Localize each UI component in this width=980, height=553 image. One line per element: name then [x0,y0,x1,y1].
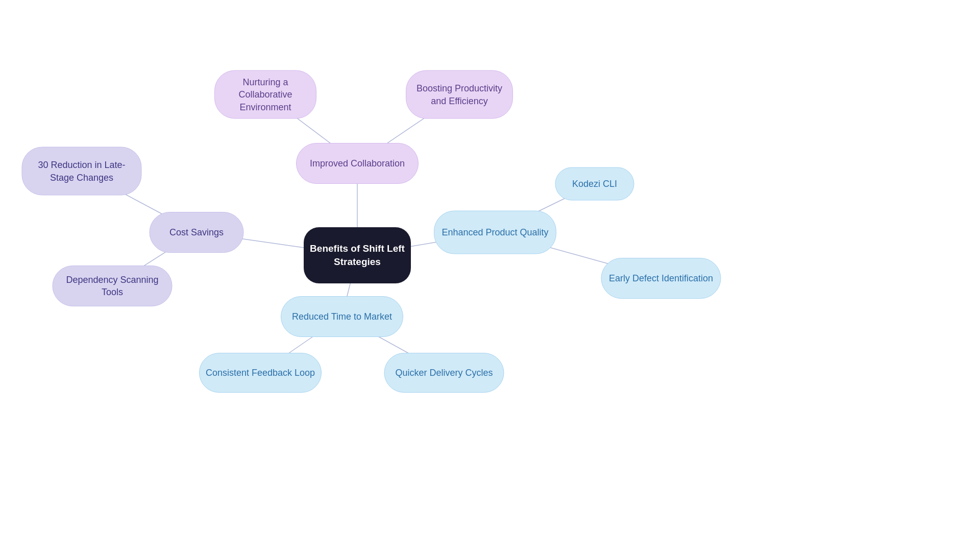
node-boosting[interactable]: Boosting Productivity and Efficiency [406,70,513,119]
node-early-defect-label: Early Defect Identification [605,272,717,284]
node-reduced-time-label: Reduced Time to Market [288,310,396,323]
node-late-stage-label: 30 Reduction in Late-Stage Changes [22,159,141,184]
node-improved-collaboration[interactable]: Improved Collaboration [296,143,419,184]
node-consistent-feedback-label: Consistent Feedback Loop [202,367,319,379]
node-improved-collaboration-label: Improved Collaboration [306,157,409,170]
node-boosting-label: Boosting Productivity and Efficiency [406,82,512,107]
node-nurturing-label: Nurturing a Collaborative Environment [215,76,316,113]
node-enhanced-quality[interactable]: Enhanced Product Quality [434,211,556,254]
node-cost-savings-label: Cost Savings [165,226,228,238]
node-enhanced-quality-label: Enhanced Product Quality [437,226,552,238]
node-reduced-time[interactable]: Reduced Time to Market [281,296,403,337]
node-quicker-delivery[interactable]: Quicker Delivery Cycles [384,353,504,393]
node-quicker-delivery-label: Quicker Delivery Cycles [391,367,497,379]
node-late-stage[interactable]: 30 Reduction in Late-Stage Changes [22,147,142,196]
node-cost-savings[interactable]: Cost Savings [150,212,244,253]
node-center-label: Benefits of Shift Left Strategies [304,242,411,268]
node-kodezi-label: Kodezi CLI [568,178,621,190]
node-dependency-label: Dependency Scanning Tools [53,274,172,299]
node-consistent-feedback[interactable]: Consistent Feedback Loop [199,353,322,393]
node-center[interactable]: Benefits of Shift Left Strategies [304,227,411,283]
mind-map-container: Benefits of Shift Left Strategies Improv… [0,0,980,553]
node-kodezi[interactable]: Kodezi CLI [555,167,634,201]
node-early-defect[interactable]: Early Defect Identification [601,258,721,299]
node-dependency[interactable]: Dependency Scanning Tools [53,266,173,306]
node-nurturing[interactable]: Nurturing a Collaborative Environment [214,70,316,119]
